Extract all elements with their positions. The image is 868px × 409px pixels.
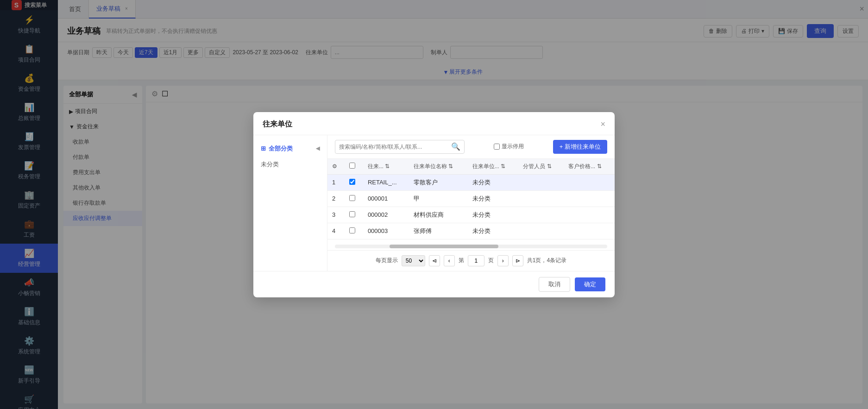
row-code: 000003 xyxy=(363,223,409,239)
row-checkbox[interactable] xyxy=(345,190,363,207)
sort-icon[interactable]: ⇅ xyxy=(547,163,552,170)
add-partner-button[interactable]: + 新增往来单位 xyxy=(553,140,607,154)
confirm-button[interactable]: 确定 xyxy=(575,277,605,291)
row-price-level xyxy=(564,174,615,190)
row-checkbox[interactable] xyxy=(345,174,363,190)
row-assignee xyxy=(518,223,564,239)
row-category: 未分类 xyxy=(468,223,519,239)
table-row[interactable]: 4 000003 张师傅 未分类 xyxy=(327,223,615,239)
dialog-body: ⊞ 全部分类 ◀ 未分类 🔍 显示停用 xyxy=(253,135,615,271)
row-code: RETAIL_... xyxy=(363,174,409,190)
dialog-title: 往来单位 xyxy=(263,120,292,129)
sort-icon[interactable]: ⇅ xyxy=(448,163,453,170)
col-checkbox[interactable] xyxy=(345,159,363,175)
row-assignee xyxy=(518,207,564,223)
dialog-close-button[interactable]: × xyxy=(600,120,605,129)
col-name: 往来单位名称 ⇅ xyxy=(409,159,468,175)
dialog-pagination: 每页显示 50 100 ⊲ ‹ 第 页 › ⊳ 共1页，4条记录 xyxy=(327,250,615,271)
row-category: 未分类 xyxy=(468,174,519,190)
row-no: 2 xyxy=(327,190,345,207)
col-category: 往来单位... ⇅ xyxy=(468,159,519,175)
row-price-level xyxy=(564,223,615,239)
cancel-button[interactable]: 取消 xyxy=(539,277,570,292)
table-row[interactable]: 2 000001 甲 未分类 xyxy=(327,190,615,207)
dialog-sidebar-all[interactable]: ⊞ 全部分类 ◀ xyxy=(253,141,327,157)
row-assignee xyxy=(518,174,564,190)
row-code: 000001 xyxy=(363,190,409,207)
dialog-table: ⚙ 往来... ⇅ 往来单位名称 ⇅ 往来单位... ⇅ 分管人员 ⇅ 客户价格… xyxy=(327,159,615,243)
horizontal-scrollbar[interactable] xyxy=(335,245,607,248)
grid-icon: ⊞ xyxy=(261,145,266,152)
dialog-toolbar: 🔍 显示停用 + 新增往来单位 xyxy=(327,135,615,159)
dialog-sidebar-unclassified[interactable]: 未分类 xyxy=(253,157,327,172)
col-price: 客户价格... ⇅ xyxy=(564,159,615,175)
select-all-checkbox[interactable] xyxy=(349,163,355,169)
search-icon: 🔍 xyxy=(451,142,460,151)
table-row[interactable]: 3 000002 材料供应商 未分类 xyxy=(327,207,615,223)
row-price-level xyxy=(564,190,615,207)
row-no: 4 xyxy=(327,223,345,239)
dialog-header: 往来单位 × xyxy=(253,112,615,135)
row-price-level xyxy=(564,207,615,223)
row-name: 甲 xyxy=(409,190,468,207)
table-row[interactable]: 1 RETAIL_... 零散客户 未分类 xyxy=(327,174,615,190)
sort-icon[interactable]: ⇅ xyxy=(501,163,505,170)
dialog-overlay: 往来单位 × ⊞ 全部分类 ◀ 未分类 xyxy=(0,0,868,409)
page-label: 第 xyxy=(459,257,464,264)
sort-icon[interactable]: ⇅ xyxy=(385,163,390,170)
dialog-footer: 取消 确定 xyxy=(253,271,615,297)
dialog-sidebar: ⊞ 全部分类 ◀ 未分类 xyxy=(253,135,327,271)
dialog-search-input[interactable] xyxy=(339,144,448,150)
row-name: 张师傅 xyxy=(409,223,468,239)
row-checkbox[interactable] xyxy=(345,207,363,223)
dialog-search-box: 🔍 xyxy=(335,140,465,154)
page-suffix: 页 xyxy=(488,257,494,264)
show-disabled-label: 显示停用 xyxy=(502,143,524,151)
show-disabled-checkbox[interactable]: 显示停用 xyxy=(494,143,524,151)
col-settings[interactable]: ⚙ xyxy=(327,159,345,175)
last-page-button[interactable]: ⊳ xyxy=(512,255,523,266)
dialog-main: 🔍 显示停用 + 新增往来单位 ⚙ xyxy=(327,135,615,271)
row-category: 未分类 xyxy=(468,190,519,207)
page-size-label: 每页显示 xyxy=(376,257,398,264)
prev-page-button[interactable]: ‹ xyxy=(444,255,455,266)
row-checkbox[interactable] xyxy=(345,223,363,239)
show-disabled-input[interactable] xyxy=(494,144,500,150)
row-no: 1 xyxy=(327,174,345,190)
row-code: 000002 xyxy=(363,207,409,223)
page-size-select[interactable]: 50 100 xyxy=(402,255,425,266)
first-page-button[interactable]: ⊲ xyxy=(429,255,440,266)
unclassified-label: 未分类 xyxy=(261,160,279,169)
page-number-input[interactable] xyxy=(468,255,484,266)
row-name: 零散客户 xyxy=(409,174,468,190)
total-info: 共1页，4条记录 xyxy=(527,257,566,264)
col-code: 往来... ⇅ xyxy=(363,159,409,175)
all-category-label: 全部分类 xyxy=(269,145,293,153)
scrollbar-thumb[interactable] xyxy=(390,245,498,248)
partner-dialog: 往来单位 × ⊞ 全部分类 ◀ 未分类 xyxy=(253,112,615,297)
sort-icon[interactable]: ⇅ xyxy=(597,163,602,170)
row-assignee xyxy=(518,190,564,207)
row-name: 材料供应商 xyxy=(409,207,468,223)
col-assignee: 分管人员 ⇅ xyxy=(518,159,564,175)
row-no: 3 xyxy=(327,207,345,223)
sidebar-collapse-icon[interactable]: ◀ xyxy=(316,145,320,151)
next-page-button[interactable]: › xyxy=(497,255,509,266)
row-category: 未分类 xyxy=(468,207,519,223)
